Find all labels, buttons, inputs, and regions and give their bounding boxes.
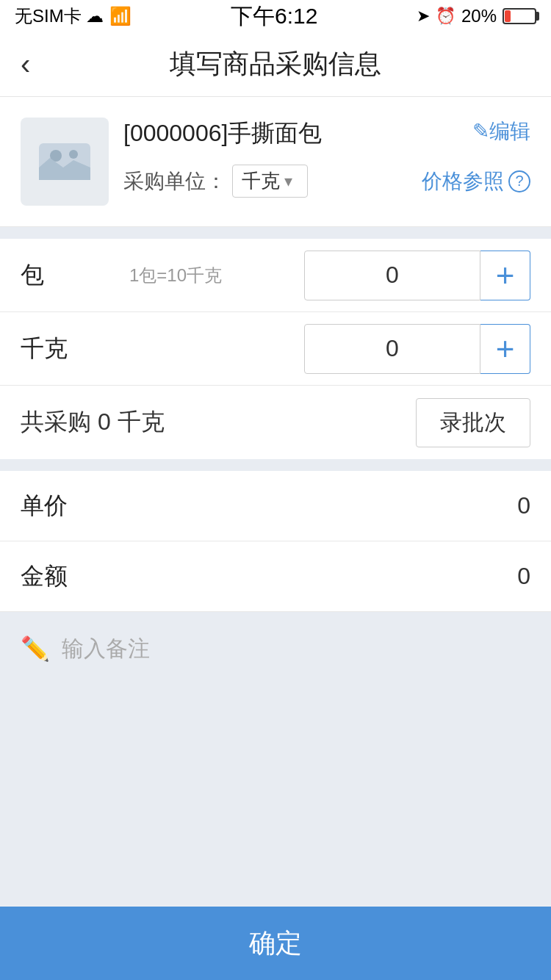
amount-label: 金额 — [21, 561, 68, 593]
amount-value: 0 — [517, 563, 530, 590]
confirm-label: 确定 — [249, 926, 302, 962]
kg-plus-button[interactable]: + — [480, 324, 530, 374]
product-image — [21, 118, 109, 206]
section-divider-2 — [0, 459, 551, 471]
alarm-icon: ⏰ — [436, 7, 455, 26]
price-ref-label: 价格参照 — [422, 167, 504, 195]
summary-row: 共采购 0 千克 录批次 — [0, 386, 551, 459]
wifi-icon: 📶 — [109, 6, 132, 26]
unit-value: 千克 — [242, 168, 280, 194]
amount-row: 金额 0 — [0, 541, 551, 612]
price-section: 单价 0 金额 0 — [0, 471, 551, 612]
bag-quantity-input[interactable] — [304, 251, 480, 300]
bag-sublabel: 1包=10千克 — [129, 264, 222, 287]
section-divider-1 — [0, 227, 551, 239]
unit-select[interactable]: 千克 ▾ — [232, 165, 308, 198]
bag-section: 包 1包=10千克 + — [0, 239, 551, 312]
kg-quantity-input[interactable] — [304, 324, 480, 374]
summary-text: 共采购 0 千克 — [21, 406, 165, 439]
confirm-button[interactable]: 确定 — [0, 907, 551, 980]
note-input[interactable]: 输入备注 — [62, 634, 150, 664]
battery-icon — [503, 8, 536, 24]
product-card: [0000006]手撕面包 ✎编辑 采购单位： 千克 ▾ 价格参照 ? — [0, 97, 551, 227]
unit-label: 采购单位： — [123, 167, 226, 195]
kg-section: 千克 + — [0, 312, 551, 386]
sim-text: 无SIM卡 ☁ — [15, 4, 104, 28]
unit-price-value: 0 — [517, 492, 530, 519]
pencil-icon: ✏️ — [21, 635, 50, 663]
kg-input-right: + — [123, 324, 530, 374]
kg-input-row: 千克 + — [0, 312, 551, 386]
back-button[interactable]: ‹ — [21, 48, 30, 81]
page-title: 填写商品采购信息 — [170, 46, 381, 82]
note-section[interactable]: ✏️ 输入备注 — [0, 612, 551, 685]
price-ref-button[interactable]: 价格参照 ? — [422, 167, 530, 195]
bag-input-row: 包 1包=10千克 + — [0, 239, 551, 312]
bag-input-right: + — [222, 251, 530, 300]
chevron-down-icon: ▾ — [284, 172, 292, 191]
status-bar: 无SIM卡 ☁ 📶 下午6:12 ➤ ⏰ 20% — [0, 0, 551, 32]
empty-area — [0, 685, 551, 906]
bag-label: 包 — [21, 259, 123, 292]
unit-price-row: 单价 0 — [0, 471, 551, 541]
status-right: ➤ ⏰ 20% — [417, 6, 536, 26]
kg-label: 千克 — [21, 333, 123, 365]
product-info: [0000006]手撕面包 ✎编辑 采购单位： 千克 ▾ 价格参照 ? — [123, 118, 530, 198]
svg-point-2 — [69, 150, 78, 159]
batch-button[interactable]: 录批次 — [416, 398, 530, 447]
info-icon: ? — [508, 170, 530, 192]
product-name: [0000006]手撕面包 — [123, 118, 322, 150]
location-icon: ➤ — [417, 7, 430, 26]
bag-plus-button[interactable]: + — [480, 251, 530, 300]
status-left: 无SIM卡 ☁ 📶 — [15, 4, 132, 28]
unit-price-label: 单价 — [21, 490, 68, 522]
edit-button[interactable]: ✎编辑 — [472, 118, 530, 145]
status-time: 下午6:12 — [231, 1, 317, 32]
battery-text: 20% — [461, 6, 497, 26]
header: ‹ 填写商品采购信息 — [0, 32, 551, 97]
